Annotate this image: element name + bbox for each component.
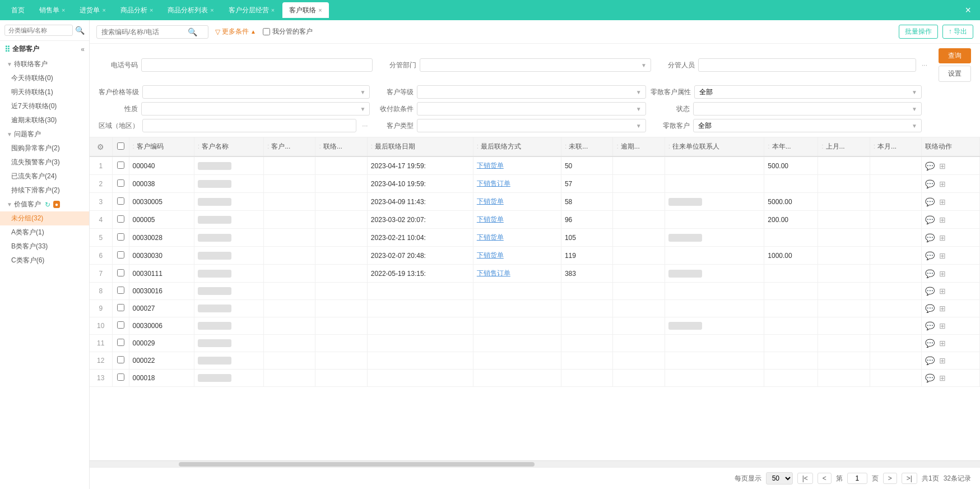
message-icon[interactable]: 💬 — [925, 269, 935, 278]
grid-action-icon[interactable]: ⊞ — [939, 179, 946, 188]
message-icon[interactable]: 💬 — [925, 356, 935, 365]
next-page-btn[interactable]: > — [883, 473, 897, 484]
search-input[interactable] — [101, 28, 185, 36]
last-method-link[interactable]: 下销售订单 — [477, 179, 510, 187]
sidebar-item-churned[interactable]: 已流失客户(24) — [0, 169, 89, 183]
sidebar-item-overdue[interactable]: 逾期未联络(30) — [0, 113, 89, 127]
filter-status-select[interactable] — [693, 102, 922, 116]
h-scroll-bar[interactable] — [90, 460, 980, 467]
table-settings-icon[interactable]: ⚙ — [97, 142, 104, 151]
tab-customer-contact-close[interactable]: × — [318, 7, 322, 13]
grid-action-icon[interactable]: ⊞ — [939, 269, 946, 278]
row-checkbox[interactable] — [117, 287, 124, 294]
batch-operation-btn[interactable]: 批量操作 — [899, 25, 938, 39]
message-icon[interactable]: 💬 — [925, 197, 935, 206]
current-page-input[interactable] — [847, 473, 867, 484]
filter-phone-input[interactable] — [141, 58, 373, 72]
sidebar-item-7days[interactable]: 近7天待联络(0) — [0, 99, 89, 113]
sidebar-item-declining[interactable]: 持续下滑客户(2) — [0, 183, 89, 197]
grid-action-icon[interactable]: ⊞ — [939, 373, 946, 382]
message-icon[interactable]: 💬 — [925, 321, 935, 330]
filter-price-grade-select[interactable] — [142, 85, 370, 99]
sidebar-item-hoarding[interactable]: 囤购异常客户(2) — [0, 141, 89, 155]
row-checkbox[interactable] — [117, 215, 124, 223]
sidebar-item-ungroup[interactable]: 未分组(32) — [0, 211, 89, 225]
more-conditions-btn[interactable]: ▽ 更多条件 ▲ — [215, 27, 256, 36]
sidebar-item-class-a[interactable]: A类客户(1) — [0, 225, 89, 239]
region-dots-btn[interactable]: ··· — [360, 122, 370, 130]
grid-action-icon[interactable]: ⊞ — [939, 287, 946, 296]
filter-dept-select[interactable] — [420, 58, 651, 72]
search-icon[interactable]: 🔍 — [188, 27, 197, 36]
grid-action-icon[interactable]: ⊞ — [939, 356, 946, 365]
sidebar-search-icon[interactable]: 🔍 — [75, 26, 85, 35]
manager-dots-btn[interactable]: ··· — [919, 61, 930, 69]
filter-customer-grade-select[interactable] — [417, 85, 645, 99]
last-method-link[interactable]: 下销货单 — [477, 215, 504, 223]
tab-sales-close[interactable]: × — [62, 7, 65, 13]
grid-action-icon[interactable]: ⊞ — [939, 251, 946, 260]
tab-analysis[interactable]: 商品分析 × — [114, 2, 160, 18]
grid-action-icon[interactable]: ⊞ — [939, 215, 946, 224]
row-checkbox[interactable] — [117, 197, 124, 205]
row-checkbox[interactable] — [117, 373, 124, 381]
value-customer-group[interactable]: ▼ 价值客户 ↻ ● — [0, 197, 89, 211]
tab-sales[interactable]: 销售单 × — [32, 2, 72, 18]
row-checkbox[interactable] — [117, 304, 124, 311]
select-all-checkbox[interactable] — [117, 142, 124, 150]
message-icon[interactable]: 💬 — [925, 162, 935, 170]
row-checkbox[interactable] — [117, 179, 124, 187]
refresh-icon[interactable]: ↻ — [45, 201, 50, 209]
tab-customer-contact[interactable]: 客户联络 × — [282, 2, 328, 18]
sidebar-item-class-b[interactable]: B类客户(33) — [0, 239, 89, 253]
sidebar-item-today[interactable]: 今天待联络(0) — [0, 71, 89, 85]
tab-customer-tier[interactable]: 客户分层经营 × — [222, 2, 281, 18]
row-checkbox[interactable] — [117, 356, 124, 363]
pending-contact-group[interactable]: ▼ 待联络客户 — [0, 57, 89, 71]
export-btn[interactable]: ↑ 导出 — [942, 25, 973, 39]
tab-customer-tier-close[interactable]: × — [271, 7, 275, 13]
collapse-btn[interactable]: « — [81, 45, 85, 53]
message-icon[interactable]: 💬 — [925, 304, 935, 313]
last-page-btn[interactable]: >| — [902, 473, 917, 484]
grid-action-icon[interactable]: ⊞ — [939, 197, 946, 206]
filter-retail-attr-select[interactable]: 全部 — [694, 85, 922, 99]
reset-btn[interactable]: 设置 — [939, 66, 971, 82]
message-icon[interactable]: 💬 — [925, 179, 935, 188]
tab-analysis-list-close[interactable]: × — [210, 7, 213, 13]
message-icon[interactable]: 💬 — [925, 339, 935, 348]
last-method-link[interactable]: 下销货单 — [477, 197, 504, 205]
filter-region-input[interactable] — [142, 119, 356, 132]
problem-customer-group[interactable]: ▼ 问题客户 — [0, 127, 89, 141]
sidebar-search-input[interactable] — [4, 25, 73, 36]
tab-home[interactable]: 首页 — [4, 2, 31, 18]
grid-action-icon[interactable]: ⊞ — [939, 321, 946, 330]
per-page-select[interactable]: 50 — [766, 472, 793, 485]
last-method-link[interactable]: 下销货单 — [477, 162, 504, 169]
row-checkbox[interactable] — [117, 269, 124, 276]
grid-action-icon[interactable]: ⊞ — [939, 162, 946, 170]
filter-manager-input[interactable] — [698, 58, 916, 72]
prev-page-btn[interactable]: < — [818, 473, 832, 484]
filter-payment-select[interactable] — [417, 102, 645, 116]
row-checkbox[interactable] — [117, 162, 124, 169]
first-page-btn[interactable]: |< — [797, 473, 813, 484]
message-icon[interactable]: 💬 — [925, 251, 935, 260]
tab-purchase[interactable]: 进货单 × — [73, 2, 112, 18]
my-customers-checkbox[interactable] — [263, 28, 270, 35]
tab-purchase-close[interactable]: × — [102, 7, 105, 13]
filter-retail-customer-select[interactable]: 全部 — [693, 119, 922, 132]
row-checkbox[interactable] — [117, 339, 124, 346]
h-scroll-thumb[interactable] — [179, 462, 535, 467]
row-checkbox[interactable] — [117, 233, 124, 241]
grid-action-icon[interactable]: ⊞ — [939, 304, 946, 313]
grid-action-icon[interactable]: ⊞ — [939, 233, 946, 242]
sidebar-item-tomorrow[interactable]: 明天待联络(1) — [0, 85, 89, 99]
window-close-btn[interactable]: × — [960, 4, 976, 16]
filter-nature-select[interactable] — [141, 102, 370, 116]
last-method-link[interactable]: 下销售订单 — [477, 269, 510, 277]
message-icon[interactable]: 💬 — [925, 233, 935, 242]
row-checkbox[interactable] — [117, 321, 124, 329]
tab-analysis-close[interactable]: × — [150, 7, 153, 13]
message-icon[interactable]: 💬 — [925, 215, 935, 224]
